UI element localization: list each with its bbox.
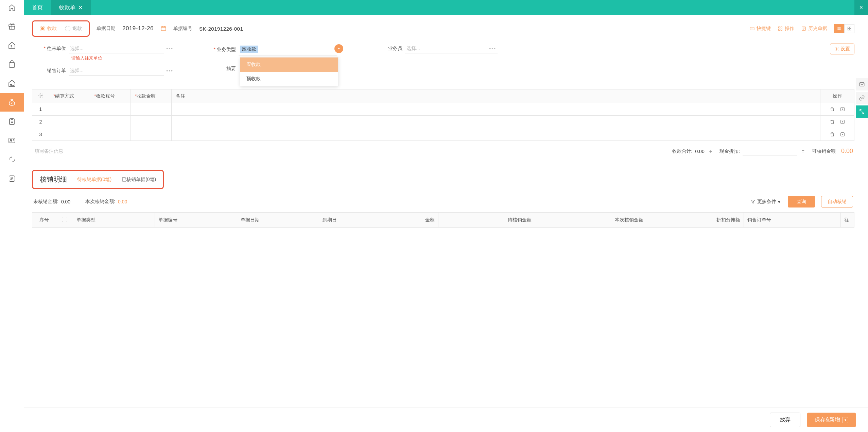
settings-button[interactable]: 设置: [830, 44, 854, 54]
nav-warehouse-icon[interactable]: [0, 74, 24, 93]
wo-col-more: 往: [841, 213, 854, 228]
biztype-value[interactable]: 应收款: [240, 46, 258, 53]
add-icon[interactable]: [840, 119, 845, 124]
salesperson-input[interactable]: [405, 44, 498, 53]
auto-writeoff-button[interactable]: 自动核销: [821, 196, 853, 207]
nav-contact-icon[interactable]: [0, 131, 24, 150]
svg-rect-12: [781, 27, 782, 28]
add-icon[interactable]: [840, 106, 845, 112]
wo-col-order: 销售订单号: [744, 213, 840, 228]
col-action: 操作: [820, 89, 854, 103]
wo-col-due: 到期日: [319, 213, 386, 228]
nav-gift-icon[interactable]: [0, 17, 24, 35]
svg-text:¥: ¥: [11, 102, 13, 105]
delete-icon[interactable]: [830, 132, 835, 137]
save-and-new-button[interactable]: 保存&新增 ▾: [807, 413, 856, 427]
delete-icon[interactable]: [830, 119, 835, 124]
writeoff-tabs-box: 核销明细 待核销单据(0笔) 已核销单据(0笔): [32, 170, 164, 189]
partner-more-icon[interactable]: •••: [166, 46, 173, 51]
chevron-down-icon[interactable]: ▾: [842, 417, 848, 423]
dropdown-option-prepaid[interactable]: 预收款: [240, 72, 338, 86]
message-icon[interactable]: [856, 78, 868, 90]
col-account: *收款账号: [90, 89, 131, 103]
table-row[interactable]: 1: [32, 103, 854, 116]
operate-button[interactable]: 操作: [778, 26, 794, 32]
wo-col-seq: 序号: [32, 213, 56, 228]
order-more-icon[interactable]: •••: [166, 68, 173, 73]
radio-refund[interactable]: 退款: [65, 26, 82, 32]
receipt-type-radio-group: 收款 退款: [32, 20, 90, 37]
view-grid-icon[interactable]: [844, 24, 854, 33]
tab-done-writeoff[interactable]: 已核销单据(0笔): [122, 177, 156, 183]
salesperson-more-icon[interactable]: •••: [489, 46, 496, 51]
link-icon[interactable]: [856, 92, 868, 104]
svg-rect-11: [779, 27, 780, 28]
radio-receive-label: 收款: [47, 26, 57, 32]
svg-rect-7: [9, 138, 15, 143]
discount-input[interactable]: [743, 147, 797, 155]
history-button[interactable]: 历史单据: [801, 26, 827, 32]
note-input[interactable]: [33, 146, 142, 156]
nav-bag-icon[interactable]: [0, 55, 24, 73]
expand-icon[interactable]: [856, 105, 868, 118]
partner-input[interactable]: [69, 44, 164, 53]
home-icon-cell[interactable]: [0, 0, 24, 15]
window-close-icon[interactable]: ✕: [854, 0, 868, 15]
wo-col-amount: 金额: [386, 213, 438, 228]
add-icon[interactable]: [840, 132, 845, 137]
radio-receive[interactable]: 收款: [40, 26, 57, 32]
delete-icon[interactable]: [830, 106, 835, 112]
tab-home[interactable]: 首页: [24, 0, 51, 15]
nav-money-bag-icon[interactable]: ¥: [0, 93, 24, 112]
svg-rect-3: [9, 63, 15, 67]
footer-actions: 放弃 保存&新增 ▾: [24, 408, 868, 432]
order-label: 销售订单: [39, 68, 66, 74]
partner-label: 往来单位: [39, 46, 66, 52]
radio-icon: [65, 26, 70, 31]
svg-rect-14: [781, 29, 782, 30]
svg-point-20: [836, 48, 837, 50]
discard-button[interactable]: 放弃: [770, 413, 800, 427]
calendar-icon[interactable]: [160, 25, 167, 32]
chevron-up-icon[interactable]: [334, 44, 343, 53]
unwriteoff-label: 未核销金额:: [33, 199, 58, 205]
tab-receipt[interactable]: 收款单 ✕: [51, 0, 91, 15]
docno-label: 单据编号: [173, 26, 192, 32]
query-button[interactable]: 查询: [788, 196, 815, 207]
radio-icon: [40, 26, 45, 31]
svg-rect-17: [850, 27, 851, 28]
partner-error: 请输入往来单位: [71, 55, 102, 61]
view-list-icon[interactable]: [834, 24, 844, 33]
tab-pending-writeoff[interactable]: 待核销单据(0笔): [77, 177, 111, 183]
col-amount: *收款金额: [131, 89, 172, 103]
more-conditions-button[interactable]: 更多条件 ▾: [750, 199, 780, 205]
wo-col-no: 单据编号: [155, 213, 237, 228]
shortcut-button[interactable]: 快捷键: [749, 26, 771, 32]
svg-rect-13: [779, 29, 780, 30]
svg-rect-25: [860, 83, 864, 86]
tab-receipt-label: 收款单: [59, 4, 75, 11]
date-value[interactable]: 2019-12-26: [122, 25, 154, 32]
dropdown-option-receivable[interactable]: 应收款: [240, 57, 338, 72]
writeoff-amount-label: 可核销金额: [812, 148, 836, 154]
nav-sync-icon[interactable]: [0, 150, 24, 169]
top-tab-bar: 首页 收款单 ✕ ✕: [0, 0, 868, 15]
nav-new-icon[interactable]: 新: [0, 169, 24, 188]
order-input[interactable]: [69, 66, 164, 76]
svg-text:$: $: [11, 45, 12, 48]
unwriteoff-value: 0.00: [61, 199, 70, 204]
wo-col-date: 单据日期: [237, 213, 319, 228]
table-row[interactable]: 3: [32, 128, 854, 141]
writeoff-table: 序号 单据类型 单据编号 单据日期 到期日 金额 待核销金额 本次核销金额 折扣…: [32, 212, 854, 228]
gear-column-icon[interactable]: [32, 89, 49, 103]
table-row[interactable]: 2: [32, 116, 854, 128]
wo-col-check[interactable]: [56, 213, 73, 228]
nav-clipboard-icon[interactable]: [0, 112, 24, 131]
biztype-dropdown: 应收款 预收款: [240, 57, 338, 86]
writeoff-title: 核销明细: [40, 175, 67, 184]
nav-house-money-icon[interactable]: $: [0, 36, 24, 54]
total-label: 收款合计:: [672, 148, 693, 154]
close-icon[interactable]: ✕: [78, 4, 83, 11]
biztype-label: 业务类型: [209, 47, 236, 53]
salesperson-label: 业务员: [375, 46, 402, 52]
